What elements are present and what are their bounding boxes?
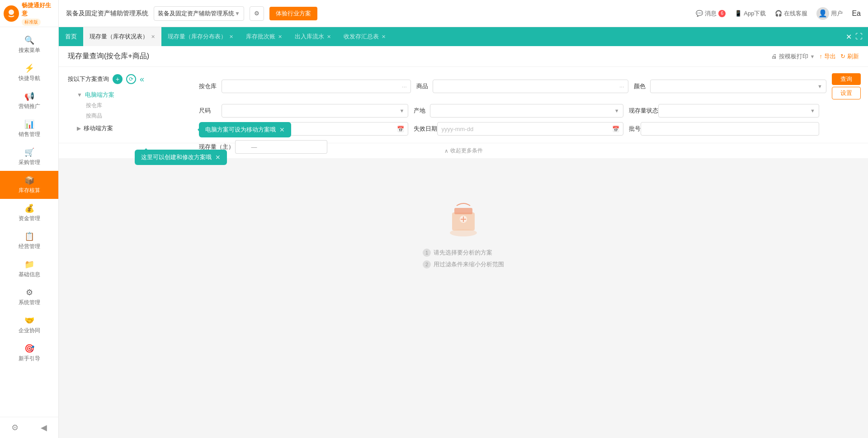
stock-max-input[interactable] [259,140,327,154]
origin-select[interactable]: ▼ [430,104,623,118]
sidebar-label-search: 搜索菜单 [19,47,40,54]
empty-illustration [441,194,486,240]
expire-cal-icon: 📅 [612,126,619,132]
page-title: 现存量查询(按仓库+商品) [68,52,149,61]
sidebar-item-finance[interactable]: 💰 资金管理 [0,199,58,227]
close-all-tabs-icon[interactable]: ✕ [846,33,852,41]
user-menu[interactable]: 👤 用户 [816,7,843,20]
color-label: 颜色 [634,82,650,90]
goods-field: 商品 ··· [416,80,628,93]
filter-section: 按以下方案查询 + ⟳ « ▼ 电脑端方案 按仓库 按商品 [59,67,868,158]
expire-date-input[interactable]: yyyy-mm-dd 📅 [437,122,623,136]
print-label: 按模板打印 [779,52,808,61]
svg-rect-3 [454,208,472,214]
content-actions: 🖨 按模板打印 ▼ ↑ 导出 ↻ 刷新 [771,52,859,61]
header-right: 💬 消息 6 📱 App下载 🎧 在线客服 👤 用户 Ea [696,7,861,20]
size-select[interactable]: ▼ [222,104,408,118]
tooltip1-close-btn[interactable]: ✕ [279,126,285,133]
maximize-icon[interactable]: ⛶ [855,33,863,41]
system-name: 装备及固定资产辅助管理系统 [66,9,148,18]
settings-bottom-icon[interactable]: ⚙ [11,423,19,433]
message-btn[interactable]: 💬 消息 6 [696,9,726,18]
goods-select[interactable]: ··· [433,80,628,93]
stock-state-select[interactable]: ▼ [658,104,819,118]
empty-tips: 1 请先选择要分析的方案 2 用过滤条件来缩小分析范围 [423,249,504,272]
sidebar-item-operation[interactable]: 📋 经营管理 [0,227,58,255]
main-content: 现存量查询(按仓库+商品) 🖨 按模板打印 ▼ ↑ 导出 ↻ 刷新 按以下方案查… [59,46,868,438]
search-button[interactable]: 查询 [832,73,861,85]
industry-btn[interactable]: 体验行业方案 [269,7,317,20]
edit-scheme-btn[interactable]: ⟳ [126,74,136,84]
sidebar-item-nav[interactable]: ⚡ 快捷导航 [0,59,58,87]
tab-inventory-dist[interactable]: 现存量（库存分布表） ✕ [161,27,240,46]
app-name: 畅捷通好生意 [22,1,55,18]
sidebar-item-sales[interactable]: 📊 销售管理 [0,115,58,143]
collapse-sidebar-icon[interactable]: ◀ [41,423,47,433]
sidebar-label-purchase: 采购管理 [19,159,40,166]
app-download-btn[interactable]: 📱 App下载 [735,9,766,18]
tab-close-inventory-status[interactable]: ✕ [151,34,155,40]
tab-close-inventory-dist[interactable]: ✕ [229,34,233,40]
gear-icon: ⚙ [254,10,259,17]
origin-label: 产地 [414,107,430,115]
sidebar-item-guide[interactable]: 🎯 新手引导 [0,339,58,367]
tooltip2-text: 这里可以创建和修改方案哦 [141,153,212,161]
tab-close-summary[interactable]: ✕ [382,34,386,40]
filter-row-1: 按仓库 ··· 商品 ··· 颜色 [199,73,861,99]
tab-inventory-dist-label: 现存量（库存分布表） [168,33,226,41]
export-btn[interactable]: ↑ 导出 [820,52,836,61]
tab-inout[interactable]: 出入库流水 ✕ [288,27,337,46]
batch-input[interactable] [641,122,819,136]
produce-cal-icon: 📅 [397,126,404,132]
sidebar-item-inventory[interactable]: 📦 库存核算 [0,171,58,199]
color-select[interactable]: ▼ [650,80,826,93]
stock-state-arrow-icon: ▼ [810,108,815,113]
tooltip2-close-btn[interactable]: ✕ [215,154,221,161]
filter-fields: 按仓库 ··· 商品 ··· 颜色 [199,73,868,158]
online-service-btn[interactable]: 🎧 在线客服 [775,9,807,18]
stock-min-input[interactable] [235,140,249,154]
tab-summary[interactable]: 收发存汇总表 ✕ [337,27,392,46]
tab-close-inout[interactable]: ✕ [327,34,331,40]
tab-inventory-status[interactable]: 现存量（库存状况表） ✕ [83,27,161,46]
export-icon: ↑ [820,53,823,60]
origin-field: 产地 ▼ [414,104,623,118]
tabs-actions: ✕ ⛶ [846,27,868,46]
system-dropdown-label: 装备及固定资产辅助管理系统 [158,9,234,18]
purchase-icon: 🛒 [24,147,34,157]
expire-date-field: 失效日期 yyyy-mm-dd 📅 [414,122,623,136]
sidebar-label-basic: 基础信息 [19,271,40,278]
tab-summary-label: 收发存汇总表 [344,33,379,41]
reset-button[interactable]: 设置 [832,87,861,99]
sidebar-item-system[interactable]: ⚙ 系统管理 [0,283,58,311]
color-arrow-icon: ▼ [817,84,822,89]
sidebar-bottom: ⚙ ◀ [0,417,58,438]
empty-tip-1-text: 请先选择要分析的方案 [434,249,492,257]
sidebar-item-search[interactable]: 🔍 搜索菜单 [0,31,58,59]
batch-label: 批号 [629,125,641,133]
add-scheme-btn[interactable]: + [113,74,123,84]
size-arrow-icon: ▼ [399,108,404,113]
warehouse-select[interactable]: ··· [222,80,411,93]
logo-icon [4,5,19,22]
tooltip-scheme-info: 电脑方案可设为移动方案哦 ✕ [199,122,291,137]
operation-icon: 📋 [24,231,34,241]
sidebar-item-collab[interactable]: 🤝 企业协同 [0,311,58,339]
system-dropdown[interactable]: 装备及固定资产辅助管理系统 ▼ [154,6,244,21]
app-badge: 标准版 [22,19,41,26]
origin-arrow-icon: ▼ [614,108,619,113]
tab-close-batch[interactable]: ✕ [278,34,282,40]
sidebar-item-marketing[interactable]: 📢 营销推广 [0,87,58,115]
print-btn[interactable]: 🖨 按模板打印 ▼ [771,52,815,61]
online-service-label: 在线客服 [784,9,807,18]
refresh-btn[interactable]: ↻ 刷新 [840,52,859,61]
sidebar-item-basic[interactable]: 📁 基础信息 [0,255,58,283]
sidebar-label-guide: 新手引导 [19,355,40,363]
sidebar-item-purchase[interactable]: 🛒 采购管理 [0,143,58,171]
back-scheme-btn[interactable]: « [140,75,144,84]
settings-button[interactable]: ⚙ [250,6,264,21]
print-arrow-icon: ▼ [810,54,815,59]
tab-batch[interactable]: 库存批次账 ✕ [240,27,288,46]
size-field: 尺码 ▼ [199,104,408,118]
tab-home[interactable]: 首页 [59,27,83,46]
